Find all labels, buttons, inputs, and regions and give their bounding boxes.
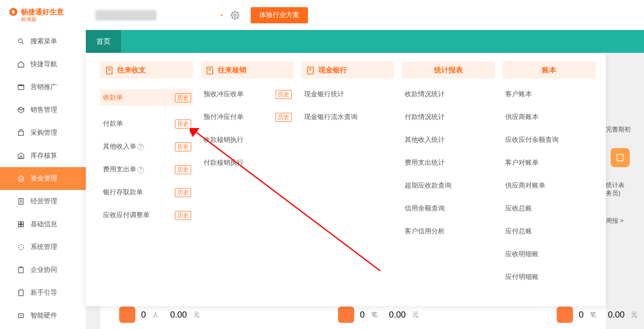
stat-value: 0 [579,310,583,320]
inventory-icon [17,152,25,160]
sidebar-item-sales[interactable]: 销售管理 [0,99,86,121]
sidebar-item-search[interactable]: 搜索菜单 [0,30,86,53]
stat-value: 0 [141,310,146,320]
mega-menu-item[interactable]: 现金银行流水查询 [301,112,394,122]
history-tag[interactable]: 历史 [276,113,292,122]
stat-amount: 0.00 [608,310,624,320]
history-tag[interactable]: 历史 [175,120,191,129]
mega-item-label: 预付冲应付单 [204,113,276,121]
mega-menu-item[interactable]: 供应商对账单 [502,180,595,191]
mega-item-label: 费用支出单? [103,165,175,174]
sidebar-item-marketing[interactable]: 营销推广 [0,76,86,99]
mega-item-label: 费用支出统计 [405,159,493,167]
main: 首页 往来收支收款单历史付款单历史其他收入单?历史费用支出单?历史银行存取款单历… [86,30,644,329]
mega-item-label: 预收冲应收单 [204,90,276,99]
system-icon [17,243,25,251]
mega-item-label: 客户对账单 [505,159,593,167]
mega-menu-item[interactable]: 信用余额查询 [402,203,495,214]
sidebar-item-funds[interactable]: 资金管理 [0,167,86,190]
sidebar-item-purchase[interactable]: 采购管理 [0,121,86,144]
mega-item-label: 其他收入统计 [405,136,493,144]
tab-home[interactable]: 首页 [86,30,121,53]
quicknav-icon [17,60,25,68]
history-tag[interactable]: 历史 [175,211,191,220]
mega-menu-item[interactable]: 应付总账 [502,226,595,237]
mega-menu-item[interactable]: 收款核销执行 [201,135,294,145]
document-icon [306,66,315,74]
header-company-selector[interactable] [95,10,156,20]
mega-column: 账本客户账本供应商账本应收应付余额查询客户对账单供应商对账单应收总账应付总账应收… [502,61,595,282]
sidebar-item-quicknav[interactable]: 快捷导航 [0,53,86,76]
svg-rect-9 [21,222,24,224]
sidebar-item-newbie[interactable]: 新手引导 [0,281,86,304]
sidebar-item-inventory[interactable]: 库存核算 [0,144,86,167]
help-icon[interactable]: ? [137,167,144,173]
mega-item-label: 供应商账本 [505,113,593,121]
mega-menu-item[interactable]: 预付冲应付单历史 [201,112,294,122]
mega-menu-item[interactable]: 费用支出单?历史 [100,164,193,175]
history-tag[interactable]: 历史 [175,165,191,174]
gear-icon[interactable] [231,11,239,20]
svg-point-6 [20,179,22,180]
mega-menu-item[interactable]: 应收明细账 [502,249,595,259]
sidebar-item-label: 搜索菜单 [31,37,57,46]
mega-menu-item[interactable]: 应收应付调整单历史 [100,210,193,220]
chevron-down-icon[interactable] [218,12,225,19]
sidebar-item-system[interactable]: 系统管理 [0,236,86,259]
help-icon[interactable]: ? [137,144,144,150]
stat-card: 0笔 0.00元 [338,307,419,323]
mega-item-label: 付款核销执行 [204,159,292,167]
mega-menu-item[interactable]: 客户信用分析 [402,226,495,237]
sidebar-item-basic[interactable]: 基础信息 [0,213,86,236]
mega-menu-item[interactable]: 其他收入单?历史 [100,141,193,152]
mega-menu-item[interactable]: 费用支出统计 [402,158,495,168]
industry-plan-button[interactable]: 体验行业方案 [251,7,308,23]
mega-item-label: 其他收入单? [103,142,175,151]
mega-item-label: 应收应付余额查询 [505,136,593,144]
operation-icon [17,198,25,205]
mega-menu-item[interactable]: 付款单历史 [100,119,193,129]
weekly-report-link[interactable]: 周报 > [606,217,624,225]
mega-menu-item[interactable]: 预收冲应收单历史 [201,89,294,100]
mega-menu-item[interactable]: 应收应付余额查询 [502,135,595,145]
mega-menu-item[interactable]: 应收总账 [502,203,595,214]
mega-menu-item[interactable]: 付款核销执行 [201,158,294,168]
stat-icon [338,307,354,323]
mega-menu-item[interactable]: 付款情况统计 [402,112,495,122]
mega-item-label: 银行存取款单 [103,188,175,197]
mega-menu-item[interactable]: 收款情况统计 [402,89,495,100]
document-icon [205,66,214,74]
marketing-icon [17,83,25,91]
hint-text: 统计表 [606,181,624,189]
mega-column-title: 往来收支 [117,66,146,75]
mega-column-header: 现金银行 [301,61,394,79]
mega-column-header: 往来核销 [201,61,294,79]
mega-menu-item[interactable]: 银行存取款单历史 [100,187,193,198]
mega-menu-item[interactable]: 供应商账本 [502,112,595,122]
mega-menu-item[interactable]: 应付明细账 [502,272,595,282]
history-tag[interactable]: 历史 [175,142,191,151]
svg-point-18 [20,315,22,317]
history-tag[interactable]: 历史 [276,90,292,99]
mega-menu-item[interactable]: 客户对账单 [502,158,595,168]
mega-item-label: 超期应收款查询 [405,181,493,190]
mega-menu-item[interactable]: 超期应收款查询 [402,180,495,191]
mega-item-label: 应收总账 [505,204,593,213]
sidebar-item-enterprise[interactable]: 企业协同 [0,259,86,281]
sidebar-item-hardware[interactable]: 智能硬件 [0,304,86,327]
mega-column: 统计报表收款情况统计付款情况统计其他收入统计费用支出统计超期应收款查询信用余额查… [402,61,495,282]
sales-icon [17,106,25,114]
svg-line-2 [22,42,23,44]
mega-item-label: 客户账本 [505,90,593,99]
report-shortcut-icon[interactable] [611,148,630,167]
mega-item-label: 收款核销执行 [204,136,292,144]
brand-logo-icon [9,7,18,17]
history-tag[interactable]: 历史 [175,93,191,102]
sidebar-item-operation[interactable]: 经营管理 [0,190,86,213]
mega-menu-item[interactable]: 现金银行统计 [301,89,394,100]
mega-item-label: 应收应付调整单 [103,211,175,219]
mega-menu-item[interactable]: 其他收入统计 [402,135,495,145]
mega-menu-item[interactable]: 收款单历史 [100,89,193,106]
mega-menu-item[interactable]: 客户账本 [502,89,595,100]
history-tag[interactable]: 历史 [175,188,191,197]
